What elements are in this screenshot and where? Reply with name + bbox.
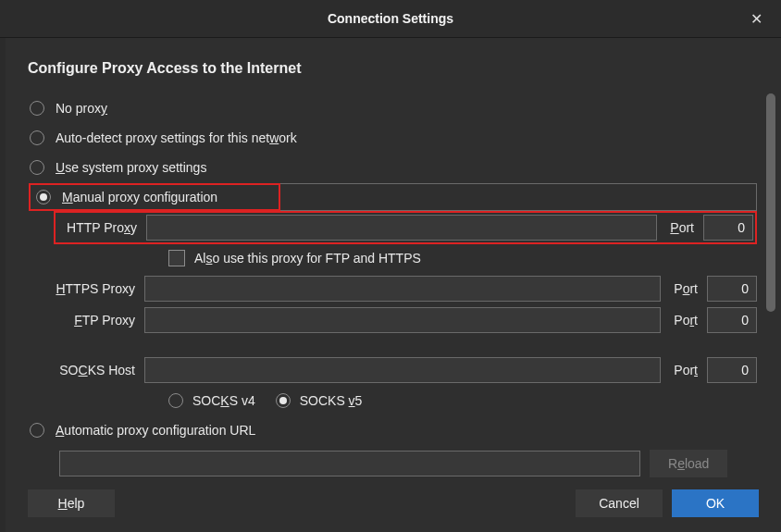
http-proxy-highlight: HTTP Proxy Port (54, 211, 757, 244)
radio-socks-v5[interactable]: SOCKS v5 (276, 393, 363, 408)
https-proxy-label: HTTPS Proxy (56, 281, 139, 296)
radio-label: SOCKS v4 (192, 393, 255, 408)
http-proxy-port-input[interactable] (703, 215, 753, 241)
manual-fields: HTTP Proxy Port Also use this proxy for … (56, 212, 757, 415)
close-button[interactable]: ✕ (740, 0, 772, 37)
radio-auto-config-url[interactable]: Automatic proxy configuration URL (28, 415, 757, 445)
radio-manual-proxy-focusring: Manual proxy configuration (30, 183, 757, 211)
radio-label: Use system proxy settings (56, 160, 206, 175)
cancel-button[interactable]: Cancel (576, 489, 663, 517)
ftp-proxy-row: FTP Proxy Port (56, 304, 757, 336)
https-proxy-row: HTTPS Proxy Port (56, 273, 757, 304)
ok-button[interactable]: OK (672, 489, 759, 517)
scrollbar-thumb[interactable] (766, 93, 775, 312)
socks-version-group: SOCKS v4 SOCKS v5 (168, 386, 757, 415)
https-proxy-host-input[interactable] (144, 276, 661, 302)
also-use-row[interactable]: Also use this proxy for FTP and HTTPS (168, 243, 757, 273)
radio-system-proxy[interactable]: Use system proxy settings (28, 153, 757, 182)
ftp-proxy-port-label: Port (666, 313, 701, 328)
close-icon: ✕ (750, 10, 762, 28)
http-proxy-row: HTTP Proxy Port (56, 212, 757, 243)
radio-icon (30, 160, 44, 175)
radio-icon (36, 190, 51, 204)
https-proxy-port-input[interactable] (707, 276, 757, 302)
ftp-proxy-label: FTP Proxy (56, 313, 139, 328)
also-use-label: Also use this proxy for FTP and HTTPS (194, 251, 421, 266)
radio-label: No proxy (56, 101, 107, 116)
radio-icon (30, 423, 44, 438)
help-button[interactable]: Help (28, 489, 115, 517)
titlebar: Connection Settings ✕ (0, 0, 781, 38)
section-heading: Configure Proxy Access to the Internet (28, 60, 757, 77)
radio-manual-proxy-row: Manual proxy configuration (28, 182, 757, 212)
reload-button[interactable]: Reload (650, 450, 727, 477)
socks-port-input[interactable] (707, 357, 757, 383)
https-proxy-port-label: Port (666, 281, 701, 296)
auto-config-url-input[interactable] (59, 451, 640, 476)
dialog-content: Configure Proxy Access to the Internet N… (6, 38, 781, 532)
radio-socks-v4[interactable]: SOCKS v4 (168, 393, 255, 408)
also-use-checkbox[interactable] (168, 250, 185, 266)
http-proxy-label: HTTP Proxy (57, 220, 141, 235)
window-title: Connection Settings (328, 11, 453, 26)
socks-host-row: SOCKS Host Port (56, 354, 757, 386)
http-proxy-host-input[interactable] (146, 215, 657, 241)
radio-icon (30, 130, 44, 145)
radio-manual-proxy[interactable]: Manual proxy configuration (29, 183, 280, 211)
radio-auto-detect[interactable]: Auto-detect proxy settings for this netw… (28, 123, 757, 153)
radio-label: Automatic proxy configuration URL (56, 423, 255, 438)
radio-icon (168, 393, 183, 408)
radio-label: Auto-detect proxy settings for this netw… (56, 130, 297, 145)
socks-port-label: Port (666, 363, 701, 377)
ftp-proxy-host-input[interactable] (144, 307, 661, 333)
radio-icon (276, 393, 291, 408)
auto-config-url-row: Reload (59, 445, 757, 482)
radio-label: Manual proxy configuration (62, 190, 217, 204)
http-proxy-port-label: Port (663, 220, 698, 235)
dialog-footer: Help Cancel OK (28, 489, 759, 517)
ftp-proxy-port-input[interactable] (707, 307, 757, 333)
radio-label: SOCKS v5 (300, 393, 363, 408)
radio-no-proxy[interactable]: No proxy (28, 93, 757, 123)
radio-icon (30, 101, 44, 116)
scroll-area: Configure Proxy Access to the Internet N… (28, 60, 757, 486)
socks-host-input[interactable] (144, 357, 661, 383)
socks-host-label: SOCKS Host (56, 363, 139, 377)
